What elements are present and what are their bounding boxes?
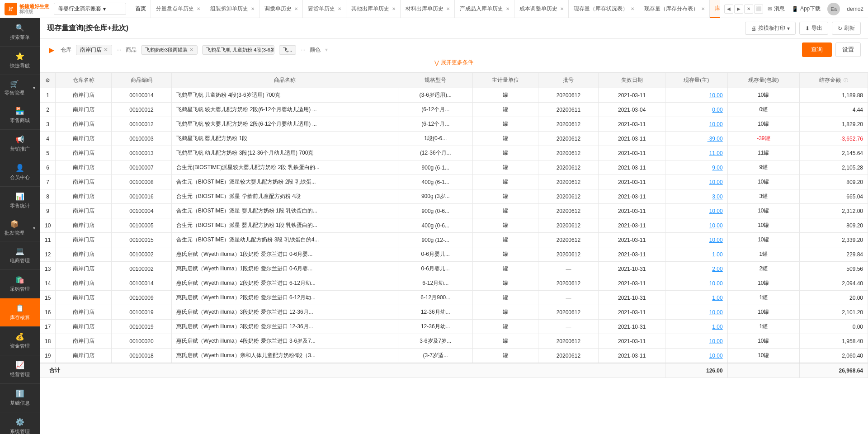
product-tag-1[interactable]: 飞鹤奶粉3段两罐装 ✕ <box>141 45 198 55</box>
row-qty-main[interactable]: 1.00 <box>665 320 727 334</box>
row-warehouse: 南岸门店 <box>56 175 111 189</box>
app-download-button[interactable]: 📱 App下载 <box>792 5 821 13</box>
sidebar-item-member[interactable]: 👤 会员中心 <box>0 158 40 187</box>
row-qty-main[interactable]: 10.00 <box>665 276 727 291</box>
row-qty-main[interactable]: 1.00 <box>665 291 727 305</box>
warehouse-more-icon[interactable]: ··· <box>117 47 121 53</box>
sidebar-shortcut-label: 快捷导航 <box>10 62 30 69</box>
tab-7[interactable]: 产成品入库单历史 ✕ <box>455 0 514 18</box>
next-tab-button[interactable]: ▶ <box>734 5 743 14</box>
row-qty-main[interactable]: 10.00 <box>665 305 727 320</box>
avatar[interactable]: Ea <box>827 3 840 15</box>
product-tag-2[interactable]: 飞鹤星飞帆 儿童奶粉 4段(3-6岁适用) 700克 ✕ <box>202 45 274 55</box>
sidebar-item-ecom[interactable]: 💻 电商管理 <box>0 241 40 270</box>
tab-3[interactable]: 调拨单历史 ✕ <box>260 0 303 18</box>
row-expire: 2021-03-11 <box>599 247 665 262</box>
expand-icon: ⋁ <box>434 60 439 66</box>
sidebar-item-retail-mgmt[interactable]: 🛒 零售管理 ▾ <box>0 75 40 101</box>
sidebar-item-shortcut[interactable]: ⭐ 快捷导航 <box>0 47 40 75</box>
tab-close-icon[interactable]: ✕ <box>392 6 396 11</box>
page-title: 现存量查询(按仓库+批次) <box>47 24 128 33</box>
row-qty-main[interactable]: 10.00 <box>665 88 727 103</box>
row-code: 00100014 <box>111 276 171 291</box>
sidebar-item-system[interactable]: ⚙️ 系统管理 <box>0 412 40 434</box>
tab-11[interactable]: 库存批次账 ✕ <box>710 0 720 18</box>
tab-2[interactable]: 组装拆卸单历史 ✕ <box>206 0 259 18</box>
expand-tabs-button[interactable]: ⬜ <box>754 5 763 14</box>
table-row: 14 南岸门店 00100014 惠氏启赋（Wyeth illuma）2段奶粉 … <box>40 276 868 291</box>
company-dropdown-icon: ▾ <box>103 6 106 12</box>
tab-close-icon[interactable]: ✕ <box>197 6 200 11</box>
tab-8[interactable]: 成本调整单历史 ✕ <box>515 0 569 18</box>
tab-4[interactable]: 要货单历史 ✕ <box>303 0 346 18</box>
warehouse-filter-tag[interactable]: 南岸门店 ✕ <box>76 45 112 55</box>
tab-close-icon[interactable]: ✕ <box>251 6 255 11</box>
tab-5[interactable]: 其他出库单历史 ✕ <box>347 0 401 18</box>
th-settings[interactable]: ⚙ <box>40 73 56 88</box>
company-select[interactable]: 母婴行业演示账套 ▾ <box>54 3 126 15</box>
sidebar-item-wholesale[interactable]: 📦 批发管理 ▾ <box>0 215 40 241</box>
setting-button[interactable]: 设置 <box>835 42 861 57</box>
row-qty-main[interactable]: 11.00 <box>665 146 727 160</box>
sidebar-item-retail-stats[interactable]: 📊 零售统计 <box>0 187 40 215</box>
sidebar-item-basics[interactable]: ℹ️ 基础信息 <box>0 384 40 412</box>
expand-conditions-button[interactable]: ⋁ 展开更多条件 <box>47 57 861 68</box>
tab-10[interactable]: 现存量（库存分布表） ✕ <box>640 0 710 18</box>
sidebar-item-search[interactable]: 🔍 搜索菜单 <box>0 18 40 47</box>
row-qty-main[interactable]: 3.00 <box>665 189 727 204</box>
sidebar-item-inventory[interactable]: 📋 库存核算 <box>0 298 40 327</box>
tab-close-icon[interactable]: ✕ <box>446 6 450 11</box>
row-qty-main[interactable]: 10.00 <box>665 233 727 247</box>
message-button[interactable]: ✉ 消息 <box>768 5 785 13</box>
th-amount: 结存金额 ⓘ <box>799 73 868 88</box>
sidebar-item-business[interactable]: 📈 经营管理 <box>0 355 40 384</box>
row-name: 惠氏启赋（Wyeth illuma）2段奶粉 爱尔兰进口 6-12月幼... <box>171 291 398 305</box>
row-qty-main[interactable]: -39.00 <box>665 132 727 146</box>
tab-6[interactable]: 材料出库单历史 ✕ <box>401 0 455 18</box>
th-warehouse: 仓库名称 <box>56 73 111 88</box>
row-qty-main[interactable]: 10.00 <box>665 117 727 132</box>
row-qty-main[interactable]: 1.00 <box>665 247 727 262</box>
row-qty-main[interactable]: 10.00 <box>665 334 727 349</box>
export-button[interactable]: ⬇ 导出 <box>799 22 828 35</box>
th-qty-main: 现存量(主) <box>665 73 727 88</box>
sidebar-item-purchase[interactable]: 🛍️ 采购管理 <box>0 270 40 298</box>
sidebar-item-marketing[interactable]: 📢 营销推广 <box>0 130 40 158</box>
refresh-button[interactable]: ↻ 刷新 <box>832 22 861 35</box>
refresh-icon: ↻ <box>838 25 842 32</box>
row-code: 00100016 <box>111 189 171 204</box>
tab-close-icon[interactable]: ✕ <box>338 6 341 11</box>
color-filter[interactable]: ▾ <box>325 47 328 53</box>
prev-tab-button[interactable]: ◀ <box>724 5 733 14</box>
warehouse-tag-close-icon[interactable]: ✕ <box>104 47 108 53</box>
query-button[interactable]: 查询 <box>802 42 832 57</box>
tab-close-icon[interactable]: ✕ <box>631 6 634 11</box>
tab-1[interactable]: 分量盘点单历史 ✕ <box>151 0 205 18</box>
filter-expand-arrow[interactable]: ▶ <box>47 44 56 56</box>
tab-close-icon[interactable]: ✕ <box>701 6 705 11</box>
tab-close-icon[interactable]: ✕ <box>506 6 509 11</box>
row-batch: 20200612 <box>538 146 599 160</box>
product-more-icon[interactable]: ··· <box>301 47 305 53</box>
product-tag-close-1[interactable]: ✕ <box>189 47 193 53</box>
close-tab-button[interactable]: ✕ <box>744 5 753 14</box>
row-qty-main[interactable]: 10.00 <box>665 349 727 363</box>
product-tag-3[interactable]: 飞... <box>279 45 296 55</box>
row-qty-main[interactable]: 10.00 <box>665 218 727 233</box>
row-qty-main[interactable]: 0.00 <box>665 103 727 117</box>
sidebar-item-retail-store[interactable]: 🏪 零售商城 <box>0 101 40 130</box>
tab-9[interactable]: 现存量（库存状况表） ✕ <box>569 0 639 18</box>
tab-home[interactable]: 首页 <box>131 0 151 18</box>
row-qty-main[interactable]: 9.00 <box>665 160 727 175</box>
row-unit: 罐 <box>473 160 538 175</box>
row-warehouse: 南岸门店 <box>56 117 111 132</box>
print-button[interactable]: 🖨 按模板打印 ▾ <box>745 22 796 35</box>
row-qty-pkg: 2罐 <box>727 262 799 276</box>
row-qty-main[interactable]: 2.00 <box>665 262 727 276</box>
row-qty-main[interactable]: 10.00 <box>665 204 727 218</box>
table-header-row: ⚙ 仓库名称 商品编码 商品名称 规格型号 主计量单位 批号 失效日期 现存量(… <box>40 73 868 88</box>
sidebar-item-finance[interactable]: 💰 资金管理 <box>0 327 40 355</box>
row-qty-main[interactable]: 10.00 <box>665 175 727 189</box>
tab-close-icon[interactable]: ✕ <box>560 6 564 11</box>
tab-close-icon[interactable]: ✕ <box>294 6 298 11</box>
